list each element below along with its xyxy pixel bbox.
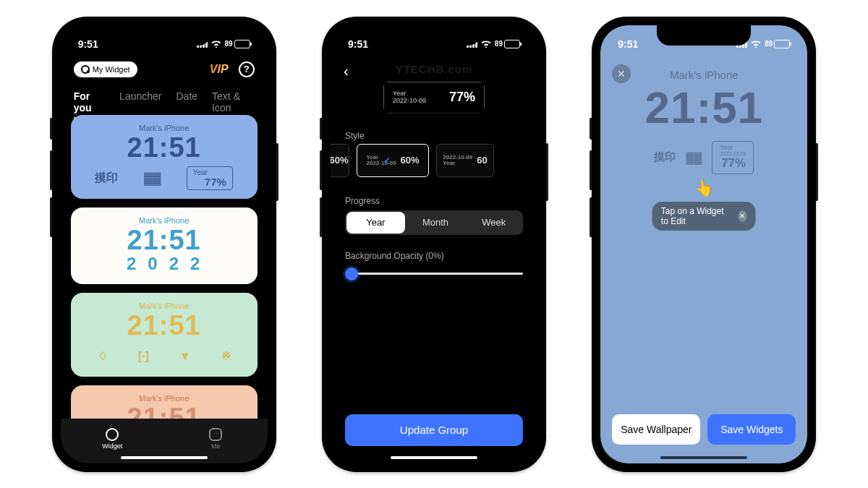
battery-icon: 89 (225, 40, 250, 48)
tip-close-icon[interactable]: ✕ (738, 210, 747, 222)
year-glyphs: 2022 (82, 254, 246, 274)
edit-tip: Tap on a Widget to Edit ✕ (652, 202, 756, 231)
save-wallpaper-button[interactable]: Save Wallpaper (612, 414, 700, 445)
battery-icon: 89 (765, 40, 790, 48)
back-icon[interactable]: ‹ (344, 63, 349, 80)
wifi-icon (750, 38, 762, 50)
phone-2: 9:51 89 ‹ YTECHB.com Year2022-10-09 77% … (322, 17, 546, 472)
vip-badge[interactable]: VIP (210, 63, 229, 76)
help-icon[interactable]: ? (239, 61, 255, 77)
status-time: 9:51 (348, 38, 368, 50)
screen-widget-editor: 9:51 89 ‹ YTECHB.com Year2022-10-09 77% … (331, 25, 537, 463)
widget-cards: Mark's iPhone 21:51 摸印 ▓▓ Year 77% Mark'… (61, 115, 268, 420)
glyph-icon: [·] (138, 350, 149, 363)
pointer-hand-icon: 👆 (694, 179, 714, 197)
phone-1: 9:51 89 My Widget VIP ? For you Launcher… (52, 17, 276, 472)
home-indicator[interactable] (121, 456, 208, 459)
opacity-slider[interactable] (345, 267, 523, 281)
save-widgets-button[interactable]: Save Widgets (707, 414, 796, 445)
progress-label: Progress (345, 196, 380, 206)
home-indicator[interactable] (660, 456, 747, 459)
seg-week[interactable]: Week (464, 210, 523, 235)
phone-3: 9:51 89 ✕ Mark's iPhone 21:51 摸印 ▓▓ Year… (592, 17, 816, 472)
watermark: YTECHB.com (396, 63, 473, 75)
style-label: Style (345, 131, 365, 141)
nav-me[interactable]: Me (164, 419, 268, 459)
progress-widget: Year 77% (187, 166, 233, 191)
style-option[interactable]: …0960% (331, 144, 349, 177)
me-icon (209, 428, 222, 441)
slider-thumb[interactable] (345, 267, 358, 281)
opacity-label: Background Opacity (0%) (345, 251, 444, 261)
widget-card[interactable]: Mark's iPhone 21:51 ♢ [·] ▼ ※ (71, 293, 258, 377)
wifi-icon (210, 38, 222, 50)
progress-segment: Year Month Week (345, 210, 523, 235)
device-name: Mark's iPhone (600, 69, 807, 81)
wifi-icon (480, 38, 492, 50)
battery-icon: 89 (495, 40, 520, 48)
notch (387, 25, 481, 46)
widget-preview: Year2022-10-09 77% (383, 82, 485, 114)
lockscreen-widgets[interactable]: 摸印 ▓▓ Year 2022-10-09 77% (600, 141, 807, 174)
glyph-icon[interactable]: 摸印 (654, 150, 676, 164)
widget-card[interactable]: Mark's iPhone 21:51 摸印 ▓▓ Year 77% (71, 115, 258, 199)
status-time: 9:51 (78, 38, 98, 50)
style-options[interactable]: …0960% Year2022-10-09 ✓ 60% 2022-10-09Ye… (331, 144, 537, 177)
widget-card[interactable]: Mark's iPhone 21:51 2022 (71, 207, 258, 284)
seg-year[interactable]: Year (346, 212, 405, 234)
seg-month[interactable]: Month (407, 210, 465, 235)
widget-card[interactable]: Mark's iPhone 21:51 (71, 385, 258, 420)
my-widget-chip[interactable]: My Widget (74, 61, 137, 77)
notch (117, 25, 211, 46)
notch (657, 25, 751, 46)
glyph-icon: 摸印 (95, 171, 118, 186)
screen-widget-gallery: 9:51 89 My Widget VIP ? For you Launcher… (61, 25, 268, 463)
search-icon (81, 65, 90, 74)
status-time: 9:51 (618, 38, 638, 50)
glyph-icon: ▓▓ (144, 172, 161, 185)
glyph-icon[interactable]: ▓▓ (686, 151, 702, 163)
style-option[interactable]: Year2022-10-09 ✓ 60% (357, 144, 429, 177)
progress-widget[interactable]: Year 2022-10-09 77% (712, 141, 754, 174)
home-indicator[interactable] (391, 456, 477, 459)
screen-lockscreen-editor: 9:51 89 ✕ Mark's iPhone 21:51 摸印 ▓▓ Year… (600, 25, 807, 463)
glyph-icon: ♢ (98, 349, 108, 363)
glyph-icon: ※ (221, 349, 231, 363)
nav-widget[interactable]: Widget (61, 419, 164, 459)
update-group-button[interactable]: Update Group (345, 414, 523, 446)
check-icon: ✓ (383, 155, 391, 166)
widget-icon (106, 428, 119, 441)
style-option[interactable]: 2022-10-09Year 60 (436, 144, 494, 177)
glyph-icon: ▼ (179, 350, 191, 363)
lockscreen-time: 21:51 (600, 82, 807, 133)
